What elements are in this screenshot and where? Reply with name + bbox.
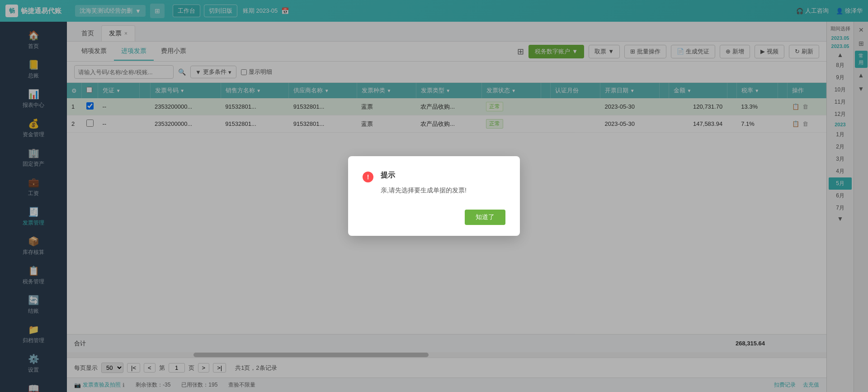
warning-icon: !: [363, 172, 373, 182]
dialog-ok-button[interactable]: 知道了: [465, 210, 505, 225]
dialog-title: 提示: [381, 171, 505, 180]
alert-dialog: ! 提示 亲,请先选择要生成单据的发票! 知道了: [348, 156, 520, 236]
dialog-message: 亲,请先选择要生成单据的发票!: [381, 186, 505, 195]
dialog-overlay: ! 提示 亲,请先选择要生成单据的发票! 知道了: [0, 0, 868, 392]
